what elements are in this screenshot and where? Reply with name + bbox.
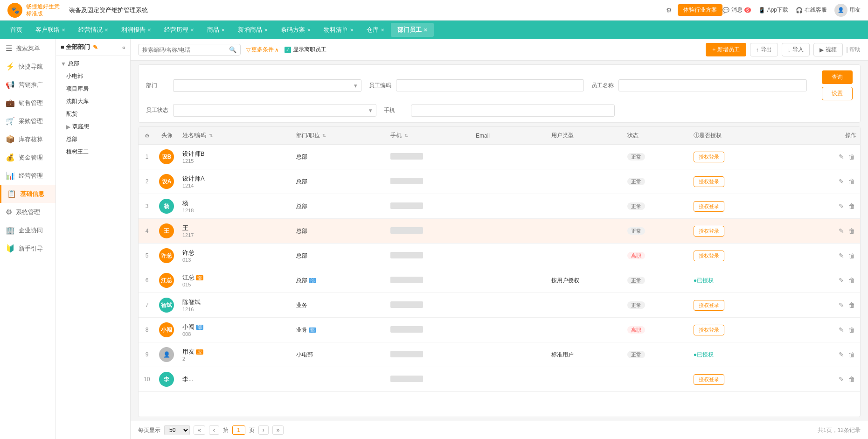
dept-node-general[interactable]: ▼ 总部 <box>56 57 130 70</box>
edit-btn[interactable]: ✎ <box>839 301 844 309</box>
dept-node-small-elec[interactable]: 小电部 <box>56 70 130 83</box>
try-btn[interactable]: 体验行业方案 <box>678 4 722 16</box>
help-btn[interactable]: | 帮助 <box>847 46 861 54</box>
close-tab-employees[interactable]: ✕ <box>424 28 427 33</box>
edit-btn[interactable]: ✎ <box>839 326 844 334</box>
show-resigned-checkbox[interactable]: ✓ <box>285 47 291 53</box>
first-page-btn[interactable]: « <box>194 425 205 435</box>
nav-basic-info[interactable]: 📋 基础信息 <box>0 185 56 203</box>
setting-btn[interactable]: 设置 <box>822 87 853 100</box>
next-page-btn[interactable]: › <box>258 425 269 435</box>
search-btn[interactable]: 查询 <box>822 70 853 84</box>
dept-node-shenyang[interactable]: 沈阳大库 <box>56 95 130 108</box>
close-tab-bom[interactable]: ✕ <box>350 28 354 33</box>
delete-btn[interactable]: 🗑 <box>848 178 855 185</box>
close-tab-operation[interactable]: ✕ <box>104 28 108 33</box>
online-service-btn[interactable]: 🎧 在线客服 <box>796 6 827 14</box>
delete-btn[interactable]: 🗑 <box>848 277 855 284</box>
tab-history[interactable]: 经营历程 ✕ <box>158 23 201 37</box>
tab-operation[interactable]: 经营情况 ✕ <box>72 23 115 37</box>
close-tab-goods[interactable]: ✕ <box>221 28 225 33</box>
dept-node-hq[interactable]: 总部 <box>56 133 130 146</box>
th-phone[interactable]: 手机 ⇅ <box>387 127 472 145</box>
user-area[interactable]: 👤 用友 <box>834 4 861 17</box>
delete-btn[interactable]: 🗑 <box>848 326 855 334</box>
edit-btn[interactable]: ✎ <box>839 277 844 284</box>
edit-btn[interactable]: ✎ <box>839 252 844 259</box>
view-btn[interactable]: ▶ 视频 <box>813 43 843 56</box>
dept-node-double-dream[interactable]: ▶ 双庭想 <box>56 120 130 133</box>
delete-btn[interactable]: 🗑 <box>848 153 855 160</box>
delete-btn[interactable]: 🗑 <box>848 301 855 309</box>
edit-btn[interactable]: ✎ <box>839 153 844 160</box>
dept-node-plant-king2[interactable]: 植树王二 <box>56 146 130 158</box>
more-filter-btn[interactable]: ▽ 更多条件 ∧ <box>246 46 279 54</box>
prev-page-btn[interactable]: ‹ <box>209 425 219 435</box>
close-tab-barcode[interactable]: ✕ <box>307 28 311 33</box>
th-setting[interactable]: ⚙ <box>139 127 155 145</box>
edit-btn[interactable]: ✎ <box>839 227 844 235</box>
dept-node-distribution[interactable]: 配货 <box>56 108 130 120</box>
authorize-btn[interactable]: 授权登录 <box>694 152 724 162</box>
phone-input[interactable] <box>411 105 614 117</box>
th-name[interactable]: 姓名/编码 ⇅ <box>179 127 292 145</box>
edit-btn[interactable]: ✎ <box>839 178 844 185</box>
tab-goods[interactable]: 商品 ✕ <box>201 23 231 37</box>
delete-btn[interactable]: 🗑 <box>848 351 855 358</box>
import-btn[interactable]: ↓ 导入 <box>782 43 810 56</box>
tab-bom[interactable]: 物料清单 ✕ <box>317 23 360 37</box>
tab-home[interactable]: 首页 <box>4 23 29 37</box>
message-btn[interactable]: 💬 消息 6 <box>722 6 751 14</box>
authorize-btn[interactable]: 授权登录 <box>694 300 724 311</box>
close-tab-history[interactable]: ✕ <box>190 28 194 33</box>
emp-code-input[interactable] <box>396 79 584 91</box>
authorize-btn[interactable]: 授权登录 <box>694 325 724 335</box>
tab-customer[interactable]: 客户联络 ✕ <box>29 23 72 37</box>
emp-status-select[interactable]: ▾ <box>173 104 376 117</box>
dept-edit-icon[interactable]: ✎ <box>93 44 98 51</box>
nav-system[interactable]: ⚙ 系统管理 <box>0 203 56 221</box>
nav-purchase[interactable]: 🛒 采购管理 <box>0 112 56 130</box>
last-page-btn[interactable]: » <box>272 425 284 435</box>
search-input[interactable] <box>142 47 226 53</box>
dept-collapse-btn[interactable]: « <box>122 44 125 51</box>
tab-employees[interactable]: 部门员工 ✕ <box>391 23 434 37</box>
delete-btn[interactable]: 🗑 <box>848 227 855 235</box>
dept-node-project[interactable]: 项目库房 <box>56 83 130 95</box>
delete-btn[interactable]: 🗑 <box>848 376 855 383</box>
close-tab-warehouse[interactable]: ✕ <box>381 28 384 33</box>
nav-company[interactable]: 🏢 企业协同 <box>0 221 56 239</box>
nav-operation-mgmt[interactable]: 📊 经营管理 <box>0 167 56 185</box>
authorize-btn[interactable]: 授权登录 <box>694 374 724 385</box>
th-dept[interactable]: 部门/职位 ⇅ <box>292 127 387 145</box>
tab-warehouse[interactable]: 仓库 ✕ <box>360 23 391 37</box>
edit-btn[interactable]: ✎ <box>839 376 844 383</box>
per-page-select[interactable]: 50 20 100 <box>164 425 190 435</box>
close-tab-add-goods[interactable]: ✕ <box>264 28 268 33</box>
delete-btn[interactable]: 🗑 <box>848 252 855 259</box>
dept-select[interactable]: ▾ <box>173 79 361 92</box>
nav-inventory[interactable]: 📦 库存核算 <box>0 130 56 148</box>
authorize-btn[interactable]: 授权登录 <box>694 226 724 237</box>
tab-profit[interactable]: 利润报告 ✕ <box>115 23 158 37</box>
nav-marketing[interactable]: 📢 营销推广 <box>0 76 56 94</box>
tab-barcode[interactable]: 条码方案 ✕ <box>274 23 317 37</box>
nav-guide[interactable]: 🔰 新手引导 <box>0 239 56 258</box>
add-employee-btn[interactable]: + 新增员工 <box>706 43 746 56</box>
authorize-btn[interactable]: 授权登录 <box>694 201 724 212</box>
export-btn[interactable]: ↑ 导出 <box>750 43 778 56</box>
authorize-btn[interactable]: 授权登录 <box>694 176 724 187</box>
delete-btn[interactable]: 🗑 <box>848 202 855 210</box>
settings-icon[interactable]: ⚙ <box>666 7 672 14</box>
close-tab-customer[interactable]: ✕ <box>62 28 65 33</box>
close-tab-profit[interactable]: ✕ <box>147 28 151 33</box>
edit-btn[interactable]: ✎ <box>839 202 844 210</box>
nav-search[interactable]: ☰ 搜索菜单 <box>0 39 56 57</box>
edit-btn[interactable]: ✎ <box>839 351 844 358</box>
nav-capital[interactable]: 💰 资金管理 <box>0 148 56 167</box>
tab-add-goods[interactable]: 新增商品 ✕ <box>231 23 274 37</box>
authorize-btn[interactable]: 授权登录 <box>694 251 724 261</box>
app-download-btn[interactable]: 📱 App下载 <box>758 6 788 14</box>
nav-quick[interactable]: ⚡ 快捷导航 <box>0 57 56 76</box>
nav-sales[interactable]: 💼 销售管理 <box>0 94 56 112</box>
